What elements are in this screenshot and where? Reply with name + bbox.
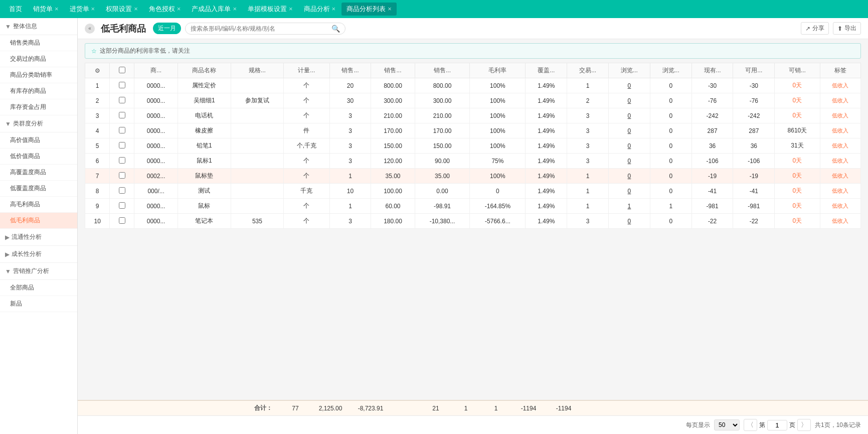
sidebar-collapse-btn[interactable]: «	[85, 24, 95, 34]
search-icon[interactable]: 🔍	[331, 25, 340, 33]
row-checkbox[interactable]	[110, 199, 134, 214]
sidebar-item-sales-products[interactable]: 销售类商品	[0, 35, 77, 51]
settings-icon[interactable]: ⚙	[95, 67, 100, 74]
row-checkbox[interactable]	[110, 154, 134, 169]
row-select-checkbox[interactable]	[119, 187, 125, 194]
row-select-checkbox[interactable]	[119, 202, 125, 209]
sidebar-item-new-products[interactable]: 新品	[0, 296, 77, 312]
col-stock-header[interactable]: 现有...	[691, 63, 733, 78]
sidebar-item-in-stock[interactable]: 有库存的商品	[0, 83, 77, 99]
col-saleable-header[interactable]: 可销...	[775, 63, 820, 78]
sidebar-item-low-margin[interactable]: 低毛利商品	[0, 213, 77, 229]
browse-link[interactable]: 0	[628, 82, 631, 89]
row-browse1[interactable]: 0	[609, 108, 650, 123]
nav-permission[interactable]: 权限设置×	[101, 3, 143, 16]
nav-template[interactable]: 单据模板设置×	[243, 3, 298, 16]
sidebar-item-category-rate[interactable]: 商品分类助销率	[0, 67, 77, 83]
row-select-checkbox[interactable]	[119, 127, 125, 133]
browse-link[interactable]: 1	[628, 203, 631, 210]
row-checkbox[interactable]	[110, 78, 134, 93]
row-select-checkbox[interactable]	[119, 112, 125, 118]
table-container[interactable]: ⚙ 商... 商品名称 规格... 计量... 销售... 销售... 销售..…	[78, 59, 868, 400]
browse-link[interactable]: 0	[628, 188, 631, 195]
sidebar-group-overall[interactable]: ▼整体信息	[0, 18, 77, 35]
col-code-header[interactable]: 商...	[134, 63, 178, 78]
sidebar-item-traded-products[interactable]: 交易过的商品	[0, 51, 77, 67]
page-number-input[interactable]	[767, 420, 787, 430]
browse-link[interactable]: 0	[628, 173, 631, 180]
nav-product-analysis[interactable]: 商品分析×	[299, 3, 341, 16]
row-select-checkbox[interactable]	[119, 157, 125, 164]
sidebar-item-high-margin[interactable]: 高毛利商品	[0, 197, 77, 213]
search-input[interactable]	[191, 25, 329, 32]
sidebar-item-stock-capital[interactable]: 库存资金占用	[0, 99, 77, 115]
row-spec	[231, 169, 284, 184]
row-browse1[interactable]: 1	[609, 199, 650, 214]
export-btn[interactable]: ⬆ 导出	[833, 22, 861, 35]
col-price2-header[interactable]: 销售...	[415, 63, 470, 78]
row-select-checkbox[interactable]	[119, 97, 125, 103]
row-browse1[interactable]: 0	[609, 123, 650, 138]
row-checkbox[interactable]	[110, 123, 134, 138]
browse-link[interactable]: 0	[628, 127, 631, 134]
row-browse1[interactable]: 0	[609, 93, 650, 108]
nav-sales[interactable]: 销货单×	[28, 3, 64, 16]
row-browse1[interactable]: 0	[609, 169, 650, 184]
sidebar-group-cluster[interactable]: ▼类群度分析	[0, 115, 77, 132]
row-select-checkbox[interactable]	[119, 82, 125, 88]
browse-link[interactable]: 0	[628, 97, 631, 104]
col-tag-header[interactable]: 标签	[820, 63, 860, 78]
row-checkbox[interactable]	[110, 214, 134, 229]
prev-page-btn[interactable]: 〈	[744, 419, 757, 431]
nav-product-inbound[interactable]: 产成品入库单×	[187, 3, 242, 16]
col-browse2-header[interactable]: 浏览...	[650, 63, 691, 78]
row-checkbox[interactable]	[110, 184, 134, 199]
row-browse1[interactable]: 0	[609, 184, 650, 199]
col-spec-header[interactable]: 规格...	[231, 63, 284, 78]
row-browse1[interactable]: 0	[609, 154, 650, 169]
row-checkbox[interactable]	[110, 169, 134, 184]
col-avail-header[interactable]: 可用...	[733, 63, 775, 78]
col-checkbox[interactable]	[110, 63, 134, 78]
col-name-header[interactable]: 商品名称	[178, 63, 231, 78]
browse-link[interactable]: 0	[628, 142, 631, 150]
col-unit-header[interactable]: 计量...	[284, 63, 329, 78]
sidebar-group-marketing[interactable]: ▼营销推广分析	[0, 263, 77, 280]
row-browse1[interactable]: 0	[609, 214, 650, 229]
sidebar-item-high-coverage[interactable]: 高覆盖度商品	[0, 165, 77, 181]
browse-link[interactable]: 0	[628, 218, 631, 225]
sidebar-item-low-coverage[interactable]: 低覆盖度商品	[0, 181, 77, 197]
browse-link[interactable]: 0	[628, 112, 631, 119]
share-btn[interactable]: ↗ 分享	[801, 22, 829, 35]
row-browse1[interactable]: 0	[609, 138, 650, 154]
row-checkbox[interactable]	[110, 108, 134, 123]
row-select-checkbox[interactable]	[119, 172, 125, 179]
browse-link[interactable]: 0	[628, 158, 631, 165]
sidebar-group-growth[interactable]: ▶成长性分析	[0, 246, 77, 263]
select-all-checkbox[interactable]	[119, 67, 125, 73]
col-price1-header[interactable]: 销售...	[371, 63, 415, 78]
row-checkbox[interactable]	[110, 93, 134, 108]
nav-product-analysis-list[interactable]: 商品分析列表×	[341, 3, 397, 16]
nav-purchase[interactable]: 进货单×	[65, 3, 100, 16]
col-coverage-header[interactable]: 覆盖...	[526, 63, 567, 78]
col-settings[interactable]: ⚙	[85, 63, 110, 78]
total-row: 合计： 77 2,125.00 -8,723.91 21 1 1 -1194 -…	[78, 400, 868, 415]
col-browse1-header[interactable]: 浏览...	[609, 63, 650, 78]
col-trade-header[interactable]: 交易...	[567, 63, 609, 78]
row-checkbox[interactable]	[110, 138, 134, 154]
row-select-checkbox[interactable]	[119, 142, 125, 149]
filter-month-btn[interactable]: 近一月	[153, 23, 181, 34]
col-margin-header[interactable]: 毛利率	[470, 63, 526, 78]
sidebar-group-circulation[interactable]: ▶流通性分析	[0, 229, 77, 246]
sidebar-item-high-value[interactable]: 高价值商品	[0, 132, 77, 149]
row-select-checkbox[interactable]	[119, 217, 125, 224]
sidebar-item-low-value[interactable]: 低价值商品	[0, 149, 77, 165]
nav-role[interactable]: 角色授权×	[144, 3, 186, 16]
col-qty-header[interactable]: 销售...	[329, 63, 371, 78]
nav-home[interactable]: 首页	[4, 3, 27, 16]
page-size-select[interactable]: 50 20 100 200	[714, 419, 740, 430]
next-page-btn[interactable]: 〉	[797, 419, 811, 431]
sidebar-item-all-products[interactable]: 全部商品	[0, 280, 77, 296]
row-browse1[interactable]: 0	[609, 78, 650, 93]
